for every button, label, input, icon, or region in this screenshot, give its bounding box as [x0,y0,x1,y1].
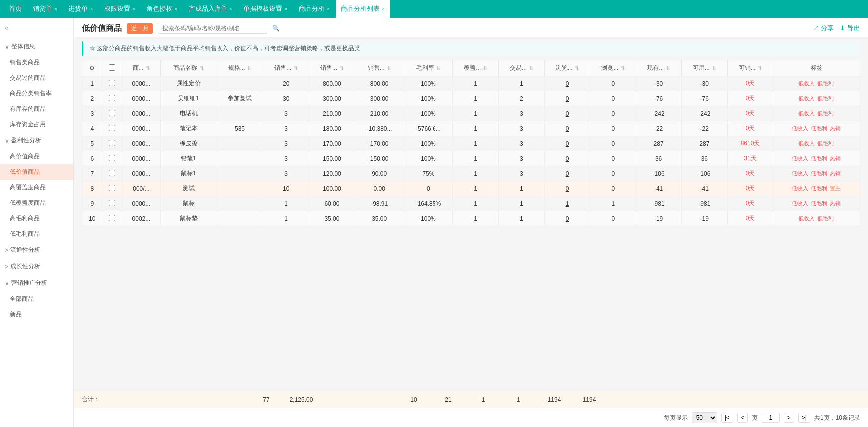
row-checkbox[interactable] [109,185,115,191]
col-header-transaction[interactable]: 交易... ⇅ [499,60,545,76]
sidebar-item-库存资金占用[interactable]: 库存资金占用 [0,117,73,132]
sidebar-item-低覆盖度商品[interactable]: 低覆盖度商品 [0,195,73,211]
cell-current: 36 [636,151,682,166]
cell-sales_price: 300.00 [309,91,355,106]
tag-低收入: 低收入 [792,185,810,191]
row-checkbox[interactable] [109,80,115,86]
main-content: 低价值商品 近一月 🔍 ↗ 分享 ⬇ 导出 ☆ 这部分商品的销售收入大幅低于商品… [74,18,868,427]
sidebar-item-销售类商品[interactable]: 销售类商品 [0,55,73,70]
nav-item-单据模板设置[interactable]: 单据模板设置× [238,0,292,18]
last-page-btn[interactable]: >| [798,413,810,423]
nav-item-角色授权[interactable]: 角色授权× [141,0,182,18]
row-checkbox[interactable] [109,155,115,161]
nav-close-icon[interactable]: × [382,6,385,12]
cell-margin: 100% [404,106,453,121]
sidebar-item-全部商品[interactable]: 全部商品 [0,291,73,307]
sidebar-item-高覆盖度商品[interactable]: 高覆盖度商品 [0,180,73,195]
underline-value[interactable]: 0 [566,140,569,147]
tag-热销: 热销 [830,170,841,176]
underline-value[interactable]: 0 [566,215,569,222]
table-footer: 合计： 772,125.00102111-1194-1194 [74,391,868,408]
next-page-btn[interactable]: > [784,413,794,423]
sidebar-item-高毛利商品[interactable]: 高毛利商品 [0,211,73,226]
col-header-margin[interactable]: 毛利率 ⇅ [404,60,453,76]
row-checkbox[interactable] [109,125,115,131]
cell-transaction: 3 [499,106,545,121]
underline-value[interactable]: 0 [566,185,569,192]
nav-close-icon[interactable]: × [174,6,177,12]
row-checkbox[interactable] [109,140,115,146]
nav-item-销货单[interactable]: 销货单× [28,0,62,18]
underline-value[interactable]: 0 [566,95,569,102]
col-header-coverage[interactable]: 覆盖... ⇅ [453,60,499,76]
nav-item-产成品入库单[interactable]: 产成品入库单× [184,0,237,18]
nav-close-icon[interactable]: × [229,6,232,12]
cell-transaction: 2 [499,91,545,106]
page-input[interactable] [762,413,780,423]
row-checkbox[interactable] [109,110,115,116]
underline-value[interactable]: 0 [566,80,569,87]
row-checkbox[interactable] [109,170,115,176]
sidebar-item-新品[interactable]: 新品 [0,307,73,322]
cell-spec [217,211,263,226]
nav-item-首页[interactable]: 首页 [4,0,27,18]
export-btn[interactable]: ⬇ 导出 [840,24,860,33]
sidebar-item-商品分类销售率[interactable]: 商品分类销售率 [0,86,73,101]
col-header-view2[interactable]: 浏览... ⇅ [590,60,636,76]
nav-close-icon[interactable]: × [327,6,330,12]
sidebar-section-流通性分析[interactable]: >流通性分析 [0,242,73,258]
sidebar-item-低毛利商品[interactable]: 低毛利商品 [0,226,73,242]
sidebar-item-交易过的商品[interactable]: 交易过的商品 [0,70,73,86]
underline-value[interactable]: 0 [566,170,569,177]
nav-item-权限设置[interactable]: 权限设置× [99,0,140,18]
nav-item-商品分析列表[interactable]: 商品分析列表× [336,0,390,18]
cell-sales_total: 800.00 [355,76,404,91]
search-input[interactable] [158,23,267,34]
search-icon[interactable]: 🔍 [272,25,280,32]
sidebar-item-有库存的商品[interactable]: 有库存的商品 [0,101,73,117]
nav-close-icon[interactable]: × [284,6,287,12]
col-header-code[interactable]: 商... ⇅ [122,60,160,76]
col-header-available[interactable]: 可用... ⇅ [681,60,727,76]
nav-close-icon[interactable]: × [132,6,135,12]
sidebar-section-盈利性分析[interactable]: ∨盈利性分析 [0,132,73,149]
sidebar-item-高价值商品[interactable]: 高价值商品 [0,149,73,164]
underline-value[interactable]: 1 [566,200,569,207]
cell-spec [217,166,263,181]
row-checkbox[interactable] [109,215,115,221]
nav-item-商品分析[interactable]: 商品分析× [294,0,335,18]
col-header-view1[interactable]: 浏览... ⇅ [544,60,590,76]
first-page-btn[interactable]: |< [721,413,733,423]
sidebar-collapse-btn[interactable]: « [3,22,11,34]
sidebar-item-低价值商品[interactable]: 低价值商品 [0,164,73,180]
col-header-saleable[interactable]: 可销... ⇅ [727,60,773,76]
col-header-sales_qty[interactable]: 销售... ⇅ [263,60,309,76]
select-all-checkbox[interactable] [109,64,115,71]
col-header-sales_total[interactable]: 销售... ⇅ [355,60,404,76]
col-header-name[interactable]: 商品名称 ⇅ [160,60,217,76]
col-header-current[interactable]: 现有... ⇅ [636,60,682,76]
underline-value[interactable]: 0 [566,155,569,162]
sidebar-section-成长性分析[interactable]: >成长性分析 [0,258,73,275]
share-btn[interactable]: ↗ 分享 [813,24,834,33]
nav-close-icon[interactable]: × [54,6,57,12]
tag-低收入: 低收入 [798,215,816,221]
col-header-spec[interactable]: 规格... ⇅ [217,60,263,76]
nav-close-icon[interactable]: × [90,6,93,12]
main-layout: « ∨整体信息销售类商品交易过的商品商品分类销售率有库存的商品库存资金占用∨盈利… [0,18,868,427]
nav-item-进货单[interactable]: 进货单× [63,0,98,18]
underline-value[interactable]: 0 [566,125,569,132]
sidebar-section-整体信息[interactable]: ∨整体信息 [0,38,73,55]
sidebar-section-营销推广分析[interactable]: ∨营销推广分析 [0,275,73,291]
filter-period-btn[interactable]: 近一月 [127,23,153,34]
cell-sales_price: 150.00 [309,151,355,166]
col-header-sales_price[interactable]: 销售... ⇅ [309,60,355,76]
cell-view1: 0 [544,106,590,121]
prev-page-btn[interactable]: < [737,413,748,423]
page-size-select[interactable]: 50 100 200 [692,412,717,423]
cell-sales_qty: 3 [263,121,309,136]
underline-value[interactable]: 0 [566,110,569,117]
cell-name: 鼠标垫 [160,211,217,226]
row-checkbox[interactable] [109,95,115,101]
row-checkbox[interactable] [109,200,115,206]
